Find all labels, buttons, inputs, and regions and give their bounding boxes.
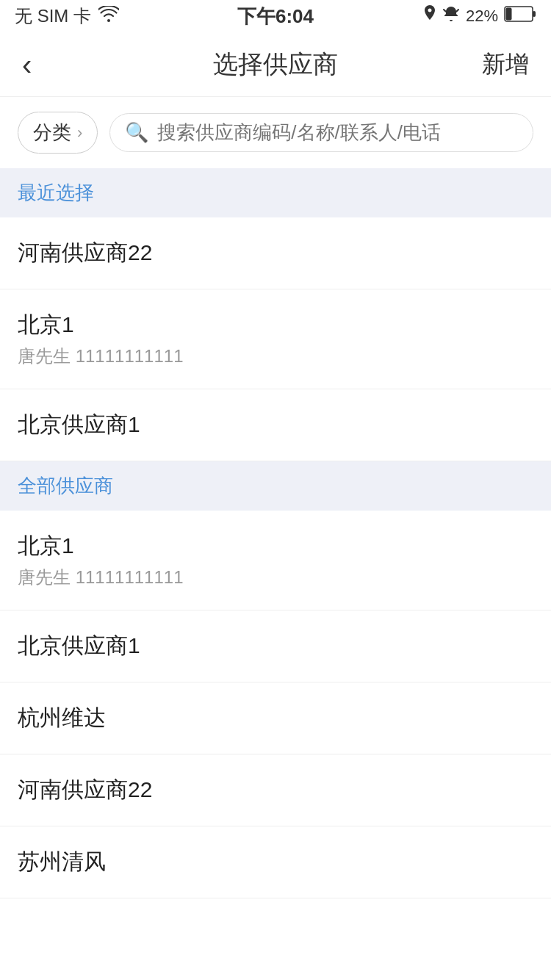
filter-bar: 分类 › 🔍 (0, 97, 551, 168)
back-button[interactable]: ‹ (22, 43, 39, 87)
all-list-item[interactable]: 苏州清风 (0, 826, 551, 898)
item-name: 河南供应商22 (18, 775, 533, 805)
all-list-item[interactable]: 北京供应商1 (0, 610, 551, 682)
status-left: 无 SIM 卡 (15, 4, 119, 28)
battery-icon (504, 6, 536, 26)
all-list-item[interactable]: 北京1 唐先生 11111111111 (0, 511, 551, 610)
status-bar: 无 SIM 卡 下午6:04 22% (0, 0, 551, 32)
recent-section-header: 最近选择 (0, 168, 551, 217)
wifi-icon (98, 6, 119, 26)
item-name: 苏州清风 (18, 847, 533, 877)
recent-list-item[interactable]: 北京供应商1 (0, 389, 551, 461)
search-box: 🔍 (109, 113, 533, 152)
alarm-icon (442, 5, 460, 27)
search-icon: 🔍 (125, 121, 148, 144)
category-label: 分类 (33, 120, 71, 145)
carrier-text: 无 SIM 卡 (15, 4, 91, 28)
chevron-right-icon: › (77, 123, 82, 143)
nav-bar: ‹ 选择供应商 新增 (0, 32, 551, 97)
item-name: 北京1 (18, 310, 533, 340)
status-right: 22% (423, 5, 536, 27)
all-section-label: 全部供应商 (18, 475, 113, 497)
recent-list-item[interactable]: 北京1 唐先生 11111111111 (0, 289, 551, 389)
recent-section-label: 最近选择 (18, 181, 94, 203)
all-section-header: 全部供应商 (0, 461, 551, 511)
battery-text: 22% (466, 7, 498, 26)
item-name: 北京供应商1 (18, 410, 533, 440)
recent-list: 河南供应商22 北京1 唐先生 11111111111 北京供应商1 (0, 217, 551, 461)
item-name: 杭州维达 (18, 703, 533, 733)
svg-rect-2 (533, 11, 536, 17)
category-button[interactable]: 分类 › (18, 112, 98, 154)
all-list: 北京1 唐先生 11111111111 北京供应商1杭州维达河南供应商22苏州清… (0, 511, 551, 898)
status-time: 下午6:04 (237, 4, 314, 29)
recent-list-item[interactable]: 河南供应商22 (0, 217, 551, 289)
page-title: 选择供应商 (213, 48, 338, 82)
all-list-item[interactable]: 杭州维达 (0, 682, 551, 754)
all-list-item[interactable]: 河南供应商22 (0, 754, 551, 826)
search-input[interactable] (157, 121, 518, 144)
item-name: 北京供应商1 (18, 631, 533, 661)
location-icon (423, 5, 436, 27)
item-name: 北京1 (18, 531, 533, 561)
item-detail: 唐先生 11111111111 (18, 345, 533, 368)
svg-rect-1 (506, 8, 512, 21)
item-detail: 唐先生 11111111111 (18, 566, 533, 589)
item-name: 河南供应商22 (18, 238, 533, 268)
add-button[interactable]: 新增 (482, 48, 529, 81)
